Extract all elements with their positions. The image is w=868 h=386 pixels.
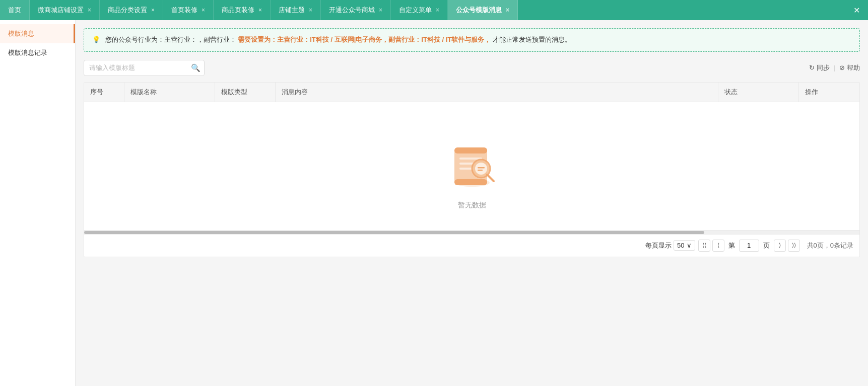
content-area: 💡 您的公众号行业为：主营行业：，副营行业： 需要设置为：主营行业：IT科技 /… (76, 20, 868, 386)
table-wrapper: 序号 模版名称 模版类型 消息内容 状态 操作 (84, 82, 860, 257)
svg-point-8 (475, 163, 487, 175)
scrollbar[interactable] (84, 230, 859, 234)
notice-box: 💡 您的公众号行业为：主营行业：，副营行业： 需要设置为：主营行业：IT科技 /… (84, 28, 860, 52)
page-size-dropdown[interactable]: 50 ∨ (674, 240, 695, 251)
next-page-button[interactable]: ⟩ (774, 240, 786, 252)
sidebar: 模版消息 模版消息记录 (0, 20, 76, 386)
close-product-decoration[interactable]: × (258, 7, 262, 14)
tab-product-category[interactable]: 商品分类设置 × (100, 0, 163, 20)
tab-template-msg[interactable]: 公众号模版消息 × (448, 0, 518, 20)
divider: | (834, 64, 835, 71)
table-header: 序号 模版名称 模版类型 消息内容 状态 操作 (84, 83, 859, 102)
main-layout: 模版消息 模版消息记录 💡 您的公众号行业为：主营行业：，副营行业： 需要设置为… (0, 20, 868, 386)
tab-custom-menu[interactable]: 自定义菜单 × (391, 0, 448, 20)
empty-illustration (442, 132, 502, 193)
tab-home-decoration[interactable]: 首页装修 × (163, 0, 214, 20)
prev-page-button[interactable]: ⟨ (712, 240, 724, 252)
svg-rect-10 (478, 167, 485, 169)
svg-rect-2 (454, 147, 487, 153)
search-button[interactable]: 🔍 (191, 63, 201, 72)
notice-highlight: 需要设置为：主营行业：IT科技 / 互联网|电子商务，副营行业：IT科技 / I… (238, 36, 491, 43)
th-status: 状态 (718, 83, 799, 102)
tab-home[interactable]: 首页 (0, 0, 30, 20)
help-button[interactable]: ⊘ 帮助 (839, 63, 860, 72)
tab-wechat-shop[interactable]: 微商城店铺设置 × (30, 0, 100, 20)
first-page-button[interactable]: ⟨⟨ (698, 240, 710, 252)
lightbulb-icon: 💡 (92, 36, 100, 43)
page-navigation: ⟨⟨ ⟨ 第 页 ⟩ ⟩⟩ (698, 240, 800, 252)
search-input[interactable] (84, 60, 205, 76)
th-index: 序号 (84, 83, 124, 102)
close-open-mall[interactable]: × (379, 7, 382, 14)
th-type: 模版类型 (215, 83, 276, 102)
page-size-label: 每页显示 (645, 241, 672, 250)
page-unit: 页 (763, 241, 770, 250)
svg-line-9 (487, 175, 494, 181)
toolbar-right: ↻ 同步 | ⊘ 帮助 (809, 63, 860, 72)
svg-rect-11 (478, 170, 483, 171)
th-action: 操作 (799, 83, 859, 102)
tab-product-decoration[interactable]: 商品页装修 × (214, 0, 271, 20)
empty-state: 暂无数据 (84, 102, 859, 230)
close-wechat-shop[interactable]: × (88, 7, 91, 14)
search-bar: 🔍 ↻ 同步 | ⊘ 帮助 (84, 60, 860, 76)
close-template-msg[interactable]: × (506, 7, 509, 14)
th-content: 消息内容 (276, 83, 718, 102)
page-input[interactable] (739, 240, 759, 252)
notice-prefix: 您的公众号行业为：主营行业：，副营行业： (105, 36, 236, 43)
close-product-category[interactable]: × (151, 7, 155, 14)
pagination: 每页显示 50 ∨ ⟨⟨ ⟨ 第 页 ⟩ ⟩⟩ 共0页，0条记录 (84, 234, 859, 257)
page-size-value: 50 (677, 242, 684, 249)
last-page-button[interactable]: ⟩⟩ (788, 240, 800, 252)
th-name: 模版名称 (124, 83, 215, 102)
page-size-select: 每页显示 50 ∨ (645, 240, 695, 251)
search-input-wrap: 🔍 (84, 60, 205, 76)
tab-shop-theme[interactable]: 店铺主题 × (271, 0, 321, 20)
close-custom-menu[interactable]: × (436, 7, 439, 14)
sync-button[interactable]: ↻ 同步 (809, 63, 830, 72)
page-label: 第 (728, 241, 735, 250)
sync-label: 同步 (817, 63, 830, 72)
help-label: 帮助 (847, 63, 860, 72)
scroll-thumb[interactable] (84, 231, 704, 234)
sidebar-item-template-record[interactable]: 模版消息记录 (0, 43, 75, 62)
tab-open-mall[interactable]: 开通公众号商城 × (321, 0, 391, 20)
global-close-button[interactable]: ✕ (845, 6, 868, 15)
svg-rect-3 (454, 179, 487, 185)
tab-bar: 首页 微商城店铺设置 × 商品分类设置 × 首页装修 × 商品页装修 × 店铺主… (0, 0, 868, 20)
notice-suffix: 才能正常发送预置的消息。 (493, 36, 571, 43)
sync-icon: ↻ (809, 64, 815, 71)
sidebar-item-template-message[interactable]: 模版消息 (0, 24, 75, 43)
chevron-down-icon: ∨ (687, 242, 692, 249)
close-shop-theme[interactable]: × (309, 7, 312, 14)
page-total: 共0页，0条记录 (807, 241, 853, 250)
empty-text: 暂无数据 (458, 201, 486, 210)
close-home-decoration[interactable]: × (202, 7, 205, 14)
help-icon: ⊘ (839, 64, 845, 71)
